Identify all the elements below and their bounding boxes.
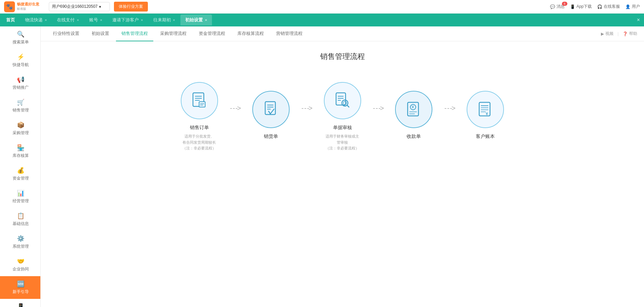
user-selector[interactable]: 用户690企业1660120507 ▾ xyxy=(49,2,110,11)
arrow-3: - - -> xyxy=(370,104,387,112)
gear-icon: ⚙️ xyxy=(17,235,24,242)
message-badge: 6 xyxy=(562,2,567,6)
user-avatar-button[interactable]: 👤 用户 xyxy=(625,4,640,9)
sidebar: 🔍 搜索菜单 ⚡ 快捷导航 📢 营销推广 🛒 销售管理 📦 采购管理 🏪 库存核… xyxy=(0,26,41,307)
flow-label-sales-order: 销售订单 xyxy=(190,125,209,131)
flow-desc-doc-audit: 适用于财务审核或主管审核（注：非必要流程） xyxy=(326,134,359,151)
user-selector-label: 用户690企业1660120507 xyxy=(52,4,98,9)
arrow-2: - - -> xyxy=(298,104,315,112)
sales-invoice-icon xyxy=(262,100,280,119)
megaphone-icon: 📢 xyxy=(17,76,24,83)
svg-point-16 xyxy=(343,101,347,105)
flow-circle-sales-invoice[interactable] xyxy=(252,91,290,128)
logo-area: 🐾 畅捷通好生意 标准版 xyxy=(4,1,45,12)
logo-icon: 🐾 xyxy=(4,1,15,12)
sidebar-item-sales[interactable]: 🛒 销售管理 xyxy=(0,95,40,117)
help-icon: ❓ xyxy=(623,32,628,36)
logo-text: 畅捷通好生意 xyxy=(17,2,39,6)
receipt-icon: ¥ xyxy=(405,100,423,119)
app-icon: 📱 xyxy=(570,4,575,9)
tab-payment[interactable]: 在线支付 × xyxy=(52,15,83,25)
phone-icon: 📱 xyxy=(17,303,24,307)
tab-logistics[interactable]: 物流快递 × xyxy=(20,15,52,25)
flow-circle-customer-account[interactable]: ¥ xyxy=(467,91,504,128)
tab-close-payment[interactable]: × xyxy=(77,18,79,22)
flow-circle-receipt[interactable]: ¥ xyxy=(395,91,432,128)
sub-tabs: 行业特性设置 初始设置 销售管理流程 采购管理流程 资金管理流程 库存核算流程 … xyxy=(41,26,644,41)
flow-circle-doc-audit[interactable] xyxy=(324,82,361,119)
tab-invite[interactable]: 邀请下游客户 × xyxy=(108,15,148,25)
svg-rect-4 xyxy=(199,102,205,107)
flow-desc-sales-order: 适用于分批发货、有合同发货周期较长（注：非必要流程） xyxy=(182,134,216,151)
sidebar-item-newguide[interactable]: 🆕 新手引导 xyxy=(0,276,40,299)
avatar-icon: 👤 xyxy=(625,4,630,9)
flow-item-sales-invoice: 销货单 xyxy=(244,91,298,142)
flow-item-sales-order: 销售订单 适用于分批发货、有合同发货周期较长（注：非必要流程） xyxy=(172,82,227,151)
sidebar-item-enterprise[interactable]: 🤝 企业协同 xyxy=(0,253,40,276)
messages-button[interactable]: 💬 消息 6 xyxy=(550,4,565,9)
tab-initial-setup[interactable]: 初始设置 × xyxy=(180,15,212,25)
sidebar-item-quick[interactable]: ⚡ 快捷导航 xyxy=(0,49,40,72)
online-service-button[interactable]: 🎧 在线客服 xyxy=(597,4,620,9)
flow-label-customer-account: 客户账本 xyxy=(476,134,495,140)
arrow-1: - - -> xyxy=(227,104,244,112)
flow-item-doc-audit: 单据审核 适用于财务审核或主管审核（注：非必要流程） xyxy=(315,82,370,151)
sidebar-item-apps[interactable]: 📱 应用中心 xyxy=(0,299,40,307)
store-icon: 🏪 xyxy=(17,144,24,151)
sub-tab-initial[interactable]: 初始设置 xyxy=(86,26,115,41)
sub-tab-finance-flow[interactable]: 资金管理流程 xyxy=(193,26,231,41)
sidebar-item-system[interactable]: ⚙️ 系统管理 xyxy=(0,231,40,253)
sidebar-item-marketing[interactable]: 📢 营销推广 xyxy=(0,72,40,95)
flow-circle-sales-order[interactable] xyxy=(181,82,218,119)
flow-item-customer-account: ¥ 客户账本 xyxy=(458,91,512,142)
close-all-tabs[interactable]: × xyxy=(634,17,643,23)
content-area: 行业特性设置 初始设置 销售管理流程 采购管理流程 资金管理流程 库存核算流程 … xyxy=(41,26,644,307)
message-icon: 💬 xyxy=(550,4,555,9)
flash-icon: ⚡ xyxy=(17,53,24,61)
new-icon: 🆕 xyxy=(17,280,24,288)
flow-label-doc-audit: 单据审核 xyxy=(333,125,352,131)
video-icon: ▶ xyxy=(601,32,604,36)
svg-rect-7 xyxy=(265,102,275,115)
dropdown-icon: ▾ xyxy=(99,4,101,9)
flow-diagram: 销售订单 适用于分批发货、有合同发货周期较长（注：非必要流程） - - -> xyxy=(54,82,630,151)
sidebar-item-purchase[interactable]: 📦 采购管理 xyxy=(0,117,40,140)
flow-item-receipt: ¥ 收款单 xyxy=(387,91,441,142)
arrow-4: - - -> xyxy=(441,104,458,112)
sidebar-item-basic[interactable]: 📋 基础信息 xyxy=(0,208,40,231)
app-download-button[interactable]: 📱 App下载 xyxy=(570,4,592,9)
customer-account-icon: ¥ xyxy=(476,100,494,119)
tab-close-account[interactable]: × xyxy=(100,18,102,22)
sub-tab-industry[interactable]: 行业特性设置 xyxy=(47,26,85,41)
sidebar-item-finance[interactable]: 💰 资金管理 xyxy=(0,163,40,185)
main-layout: 🔍 搜索菜单 ⚡ 快捷导航 📢 营销推广 🛒 销售管理 📦 采购管理 🏪 库存核… xyxy=(0,26,644,307)
sidebar-item-business[interactable]: 📊 经营管理 xyxy=(0,185,40,208)
handshake-icon: 🤝 xyxy=(17,258,24,265)
sub-tab-right-area: ▶ 视频 | ❓ 帮助 xyxy=(601,31,637,37)
flow-label-receipt: 收款单 xyxy=(407,134,421,140)
tab-close-invite[interactable]: × xyxy=(141,18,143,22)
tab-account[interactable]: 账号 × xyxy=(84,15,107,25)
tab-close-logistics[interactable]: × xyxy=(45,18,47,22)
money-icon: 💰 xyxy=(17,167,24,174)
chart-icon: 📊 xyxy=(17,189,24,197)
sub-tab-marketing-flow[interactable]: 营销管理流程 xyxy=(271,26,308,41)
top-right-area: 💬 消息 6 📱 App下载 🎧 在线客服 👤 用户 xyxy=(550,4,640,9)
tab-home[interactable]: 首页 xyxy=(1,15,20,25)
clipboard-icon: 📋 xyxy=(17,212,24,220)
sidebar-item-search[interactable]: 🔍 搜索菜单 xyxy=(0,26,40,49)
video-link[interactable]: ▶ 视频 xyxy=(601,31,613,37)
sub-tab-inventory-flow[interactable]: 库存核算流程 xyxy=(232,26,269,41)
flow-label-sales-invoice: 销货单 xyxy=(264,134,278,140)
sub-tab-purchase-flow[interactable]: 采购管理流程 xyxy=(155,26,192,41)
logo-sub: 标准版 xyxy=(17,7,39,11)
svg-text:¥: ¥ xyxy=(411,105,414,109)
tab-close-initial[interactable]: × xyxy=(205,18,207,22)
trial-button[interactable]: 体验行业方案 xyxy=(114,2,148,12)
cart-icon: 🛒 xyxy=(17,99,24,106)
tab-close-period[interactable]: × xyxy=(173,18,175,22)
tab-period[interactable]: 往来期初 × xyxy=(149,15,180,25)
sub-tab-sales-flow[interactable]: 销售管理流程 xyxy=(116,26,153,41)
sidebar-item-inventory[interactable]: 🏪 库存核算 xyxy=(0,140,40,163)
help-link[interactable]: ❓ 帮助 xyxy=(623,31,637,37)
